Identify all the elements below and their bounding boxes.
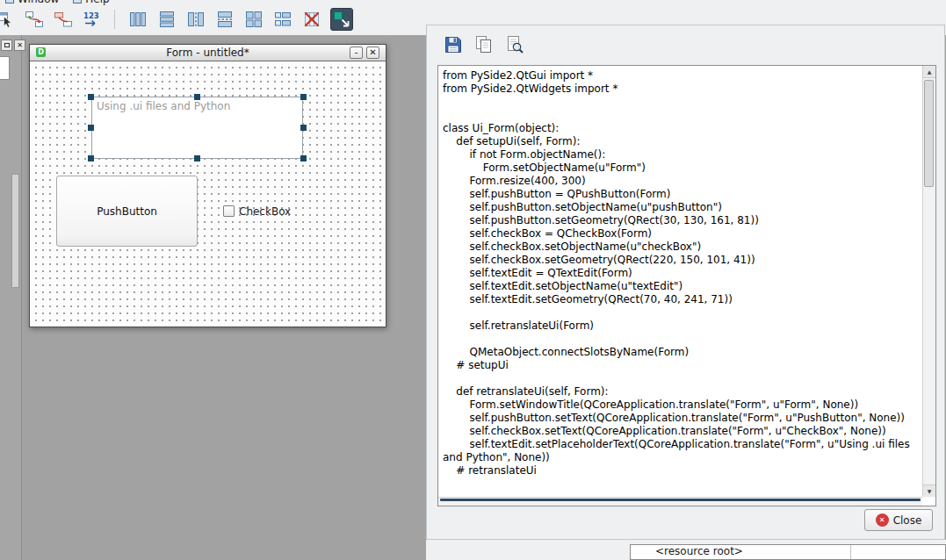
selection-handle-top-left[interactable] <box>88 94 94 100</box>
vertical-scrollbar[interactable]: ▲ ▼ <box>922 66 935 497</box>
selection-handle-middle-right[interactable] <box>300 125 307 131</box>
menu-window-label: Window <box>18 0 59 5</box>
save-code-button[interactable] <box>441 32 466 57</box>
lay-out-horizontally-icon <box>128 10 148 29</box>
break-layout-button[interactable] <box>301 9 322 30</box>
checkbox-indicator <box>223 205 235 217</box>
menu-help[interactable]: Help <box>73 0 109 5</box>
resource-column-divider <box>850 545 851 559</box>
form-close-button[interactable]: ✕ <box>366 47 379 59</box>
edit-signals-slots-icon <box>25 10 44 29</box>
checkbox-widget[interactable]: CheckBox <box>223 193 312 229</box>
lay-out-horizontally-in-splitter-icon <box>186 10 206 29</box>
pushbutton-label: PushButton <box>97 205 157 218</box>
form-minimize-button[interactable]: - <box>350 47 363 59</box>
selection-handle-bottom-middle[interactable] <box>194 155 200 162</box>
pushbutton-widget[interactable]: PushButton <box>56 176 198 247</box>
checkbox-label: CheckBox <box>239 205 291 218</box>
lay-out-vertically-in-splitter-icon <box>215 10 235 29</box>
form-editor-window: D Form - untitled* - ✕ Using .ui files a… <box>29 44 386 327</box>
horizontal-scrollbar-thumb[interactable] <box>440 499 921 501</box>
lay-out-in-grid-button[interactable] <box>243 9 264 30</box>
main-toolbar: 123 <box>0 8 357 31</box>
edit-widgets-button[interactable] <box>0 9 16 30</box>
form-canvas[interactable]: Using .ui files and Python PushButton Ch… <box>30 61 386 327</box>
form-window-icon: D <box>36 47 46 57</box>
mdi-workspace: ✕ D Form - untitled* - ✕ Using .ui files… <box>0 35 426 560</box>
selection-handle-bottom-right[interactable] <box>300 155 307 162</box>
lay-out-horizontally-button[interactable] <box>127 9 148 30</box>
scroll-down-button[interactable]: ▼ <box>923 485 935 497</box>
horizontal-scrollbar[interactable] <box>438 497 922 506</box>
float-icon <box>4 43 10 47</box>
lay-out-in-form-layout-icon <box>273 10 292 29</box>
widgetbox-filter-fragment[interactable] <box>0 56 10 80</box>
menubar: Window Help <box>5 0 110 5</box>
form-window-title: Form - untitled* <box>166 47 249 59</box>
lay-out-in-form-layout-button[interactable] <box>272 9 293 30</box>
help-menu-icon <box>73 0 82 4</box>
lay-out-in-grid-icon <box>244 10 264 29</box>
svg-text:123: 123 <box>83 11 99 20</box>
edit-tab-order-icon: 123 <box>83 10 102 29</box>
code-text[interactable]: from PySide2.QtGui import * from PySide2… <box>438 66 922 497</box>
lay-out-vertically-in-splitter-button[interactable] <box>214 9 235 30</box>
close-dialog-button[interactable]: ✕ Close <box>864 509 933 531</box>
vertical-scrollbar-thumb[interactable] <box>924 80 934 187</box>
save-icon <box>443 34 464 55</box>
scroll-up-button[interactable]: ▲ <box>923 66 935 78</box>
edit-buddies-button[interactable] <box>53 9 74 30</box>
dock-titlebar-buttons: ✕ <box>1 39 25 51</box>
find-icon <box>504 34 525 55</box>
form-window-titlebar[interactable]: D Form - untitled* - ✕ <box>30 45 386 61</box>
close-button-label: Close <box>893 514 922 527</box>
adjust-size-icon <box>331 9 352 30</box>
view-code-dialog: from PySide2.QtGui import * from PySide2… <box>426 25 945 540</box>
lay-out-horizontally-in-splitter-button[interactable] <box>185 9 206 30</box>
edit-buddies-icon <box>54 10 73 29</box>
edit-widgets-icon <box>0 10 15 29</box>
toolbar-separator <box>114 10 115 29</box>
edit-tab-order-button[interactable]: 123 <box>82 9 103 30</box>
selection-handle-top-middle[interactable] <box>194 94 200 100</box>
close-icon: ✕ <box>876 513 889 527</box>
code-editor[interactable]: from PySide2.QtGui import * from PySide2… <box>437 65 936 506</box>
adjust-size-button[interactable] <box>330 8 353 31</box>
resource-browser-strip: <resource root> <box>426 540 946 560</box>
code-dialog-toolbar <box>441 32 527 57</box>
dock-float-button[interactable] <box>1 39 12 51</box>
lay-out-vertically-icon <box>157 10 177 29</box>
textedit-widget[interactable]: Using .ui files and Python <box>91 97 303 159</box>
selection-handle-middle-left[interactable] <box>88 125 94 131</box>
window-menu-icon <box>5 0 14 4</box>
selection-handle-top-right[interactable] <box>300 94 307 100</box>
copy-icon <box>473 34 495 55</box>
menu-help-label: Help <box>85 0 109 5</box>
left-dock-edge <box>0 35 22 560</box>
copy-code-button[interactable] <box>472 32 496 57</box>
widgetbox-scrollbar-fragment[interactable] <box>11 174 19 288</box>
selection-handle-bottom-left[interactable] <box>88 155 94 162</box>
menu-window[interactable]: Window <box>5 0 59 5</box>
edit-signals-slots-button[interactable] <box>24 9 45 30</box>
break-layout-icon <box>302 10 321 29</box>
resource-root-item[interactable]: <resource root> <box>655 545 743 558</box>
lay-out-vertically-button[interactable] <box>156 9 177 30</box>
resource-tree: <resource root> <box>630 544 946 560</box>
find-in-code-button[interactable] <box>502 32 527 57</box>
dock-close-button[interactable]: ✕ <box>14 39 25 51</box>
